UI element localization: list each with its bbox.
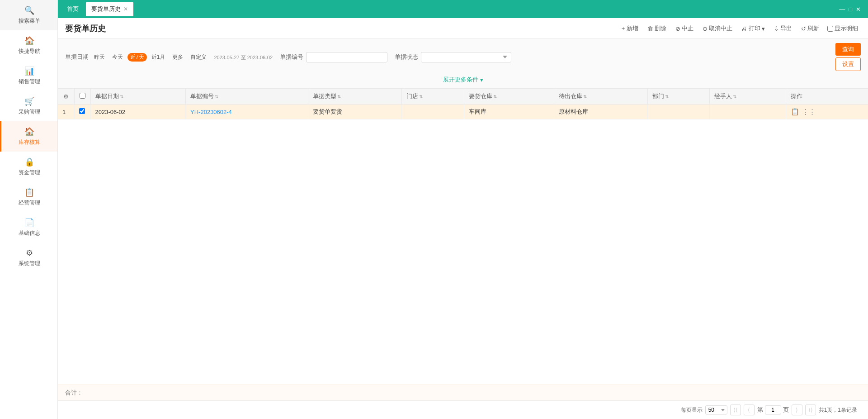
- export-label: 导出: [780, 24, 792, 33]
- display-detail-btn[interactable]: 显示明细: [825, 23, 861, 34]
- date-label: 单据日期: [65, 53, 89, 61]
- expand-more-row: 展开更多条件 ▾: [65, 74, 861, 84]
- sort-icon-doc_number: ⇅: [215, 94, 218, 99]
- row-more-icon[interactable]: ⋮⋮: [802, 108, 816, 116]
- doc-status-filter-group: 单据状态: [395, 52, 511, 62]
- date-shortcut-yesterday[interactable]: 昨天: [91, 53, 108, 62]
- page-header: 要货单历史 + 新增🗑删除⊘中止⊙取消中止🖨打印▾⇩导出↺刷新 显示明细: [58, 18, 868, 38]
- col-header-checkbox: [74, 89, 90, 105]
- query-button[interactable]: 查询: [835, 43, 861, 56]
- close-icon[interactable]: ✕: [856, 6, 861, 13]
- date-shortcuts: 昨天今天近7天近1月更多自定义: [91, 53, 209, 62]
- sidebar-item-purchase[interactable]: 🛒采购管理: [0, 91, 57, 121]
- sidebar-item-finance[interactable]: 🔒资金管理: [0, 152, 57, 182]
- last-page-btn[interactable]: ⟩⟩: [805, 405, 816, 415]
- sidebar-item-search-menu[interactable]: 🔍搜索菜单: [0, 0, 57, 30]
- sidebar-item-basic-info[interactable]: 📄基础信息: [0, 212, 57, 243]
- page-input[interactable]: [765, 405, 781, 414]
- tab-home[interactable]: 首页: [61, 2, 84, 16]
- select-all-checkbox[interactable]: [80, 93, 85, 99]
- row-checkbox[interactable]: [74, 105, 90, 119]
- tab-requisition-history[interactable]: 要货单历史✕: [86, 2, 133, 16]
- data-table: ⚙单据日期⇅单据编号⇅单据类型⇅门店⇅要货仓库⇅待出仓库⇅部门⇅经手人⇅操作 1…: [58, 89, 868, 119]
- page-size-select[interactable]: 102050100: [705, 405, 727, 414]
- first-page-btn[interactable]: ⟨⟨: [730, 405, 741, 415]
- col-header-actions: 操作: [786, 89, 868, 105]
- page-title: 要货单历史: [65, 23, 106, 34]
- sidebar: 🔍搜索菜单🏠快捷导航📊销售管理🛒采购管理🏠库存核算🔒资金管理📋经营管理📄基础信息…: [0, 0, 58, 419]
- suspend-icon: ⊘: [675, 25, 680, 32]
- sidebar-item-sales[interactable]: 📊销售管理: [0, 61, 57, 91]
- col-header-store[interactable]: 门店⇅: [402, 89, 464, 105]
- sort-icon-pending_warehouse: ⇅: [583, 94, 587, 99]
- row-pending-warehouse-value: 原材料仓库: [559, 108, 588, 115]
- refresh-label: 刷新: [807, 24, 819, 33]
- page-label: 第: [757, 406, 763, 414]
- print-button[interactable]: 🖨打印▾: [738, 23, 769, 34]
- minimize-icon[interactable]: —: [839, 6, 845, 13]
- table-row[interactable]: 12023-06-02YH-20230602-4要货单要货车间库原材料仓库 📋 …: [58, 105, 868, 119]
- delete-label: 删除: [655, 24, 666, 33]
- chevron-down-icon: ▾: [480, 76, 483, 83]
- row-edit-icon[interactable]: 📋: [791, 108, 799, 116]
- sidebar-item-inventory[interactable]: 🏠库存核算: [0, 121, 57, 152]
- filter-row-1: 单据日期 昨天今天近7天近1月更多自定义 2023-05-27 至 2023-0…: [65, 43, 861, 71]
- tab-close-requisition-history[interactable]: ✕: [123, 6, 128, 12]
- refresh-button[interactable]: ↺刷新: [797, 23, 823, 34]
- header-actions: + 新增🗑删除⊘中止⊙取消中止🖨打印▾⇩导出↺刷新 显示明细: [618, 23, 861, 34]
- tab-label-requisition-history: 要货单历史: [91, 5, 121, 13]
- delete-icon: 🗑: [647, 25, 653, 32]
- print-arrow-icon: ▾: [762, 25, 765, 32]
- tab-label-home: 首页: [67, 5, 79, 13]
- table-settings-icon[interactable]: ⚙: [63, 93, 69, 100]
- row-handler: [710, 105, 786, 119]
- col-label-doc_type: 单据类型: [313, 93, 336, 100]
- date-shortcut-today[interactable]: 今天: [109, 53, 126, 62]
- maximize-icon[interactable]: □: [849, 6, 852, 13]
- col-header-department[interactable]: 部门⇅: [648, 89, 710, 105]
- doc-number-input[interactable]: [306, 52, 387, 62]
- sidebar-item-quick-nav[interactable]: 🏠快捷导航: [0, 30, 57, 61]
- doc-number-link[interactable]: YH-20230602-4: [190, 109, 232, 115]
- date-shortcut-last7days[interactable]: 近7天: [127, 53, 147, 62]
- col-header-doc_type[interactable]: 单据类型⇅: [308, 89, 402, 105]
- col-header-handler[interactable]: 经手人⇅: [710, 89, 786, 105]
- row-select-checkbox[interactable]: [79, 108, 85, 114]
- prev-page-btn[interactable]: ⟨: [744, 405, 755, 415]
- next-page-btn[interactable]: ⟩: [792, 405, 802, 415]
- cancel-suspend-label: 取消中止: [709, 24, 732, 33]
- window-controls: — □ ✕: [839, 6, 864, 13]
- settings-button[interactable]: 设置: [835, 57, 861, 71]
- col-label-actions: 操作: [791, 93, 802, 100]
- table-footer: 合计：: [58, 385, 868, 400]
- cancel-suspend-button[interactable]: ⊙取消中止: [699, 23, 736, 34]
- sidebar-label-search-menu: 搜索菜单: [19, 17, 40, 25]
- sidebar-item-operations[interactable]: 📋经营管理: [0, 182, 57, 212]
- main-content: 首页要货单历史✕ — □ ✕ 要货单历史 + 新增🗑删除⊘中止⊙取消中止🖨打印▾…: [58, 0, 868, 419]
- col-header-doc_date[interactable]: 单据日期⇅: [90, 89, 186, 105]
- date-shortcut-custom[interactable]: 自定义: [188, 53, 209, 62]
- date-range: 2023-05-27 至 2023-06-02: [214, 54, 273, 61]
- expand-more-label: 展开更多条件: [443, 76, 478, 84]
- page-container: 要货单历史 + 新增🗑删除⊘中止⊙取消中止🖨打印▾⇩导出↺刷新 显示明细 单据日…: [58, 18, 868, 419]
- new-button[interactable]: + 新增: [618, 23, 642, 34]
- delete-button[interactable]: 🗑删除: [644, 23, 670, 34]
- col-header-doc_number[interactable]: 单据编号⇅: [186, 89, 308, 105]
- row-num-value: 1: [62, 109, 66, 115]
- expand-more-btn[interactable]: 展开更多条件 ▾: [443, 76, 483, 84]
- col-header-settings: ⚙: [58, 89, 74, 105]
- col-header-req_warehouse[interactable]: 要货仓库⇅: [464, 89, 554, 105]
- date-filter-group: 单据日期 昨天今天近7天近1月更多自定义 2023-05-27 至 2023-0…: [65, 53, 273, 62]
- sidebar-icon-inventory: 🏠: [24, 127, 34, 137]
- display-detail-checkbox[interactable]: [827, 26, 833, 32]
- col-header-pending_warehouse[interactable]: 待出仓库⇅: [554, 89, 648, 105]
- doc-status-select[interactable]: [421, 52, 511, 62]
- page-label2: 页: [783, 406, 789, 414]
- suspend-button[interactable]: ⊘中止: [672, 23, 697, 34]
- sidebar-item-system[interactable]: ⚙系统管理: [0, 243, 57, 273]
- row-docnum[interactable]: YH-20230602-4: [186, 105, 308, 119]
- export-button[interactable]: ⇩导出: [770, 23, 796, 34]
- page-input-wrap: 第 页: [757, 405, 789, 414]
- date-shortcut-last1month[interactable]: 近1月: [149, 53, 168, 62]
- date-shortcut-more[interactable]: 更多: [170, 53, 186, 62]
